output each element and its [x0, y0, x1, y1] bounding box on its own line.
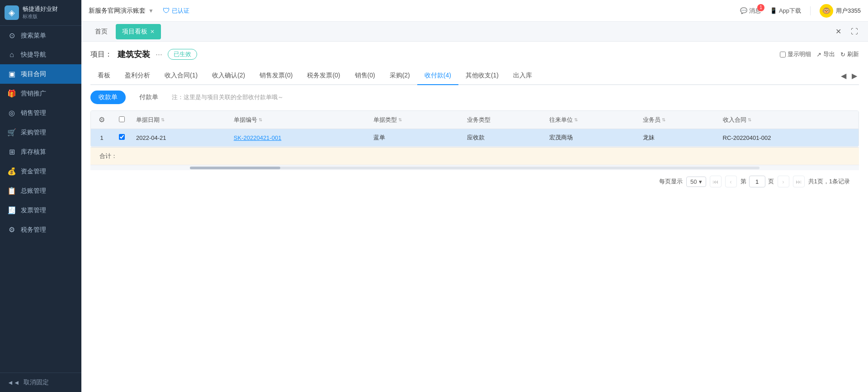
td-number[interactable]: SK-20220421-001: [228, 129, 368, 147]
refresh-icon: ↻: [840, 51, 845, 58]
show-detail-toggle[interactable]: 显示明细: [780, 50, 811, 58]
section-tab-receive[interactable]: 收款单: [90, 91, 126, 104]
section-tabs: 收款单 付款单 注：这里是与项目关联的全部收付款单哦～: [90, 91, 859, 104]
topbar: 新服务官网演示账套 ▼ 🛡 已认证 💬 消息 1 📱 App下载 🐵 用户335…: [81, 0, 868, 22]
subtab-tax-invoice[interactable]: 税务发票(0): [300, 67, 347, 85]
subtab-purchase[interactable]: 采购(2): [382, 67, 417, 85]
sidebar-item-purchase[interactable]: 🛒 采购管理: [0, 123, 81, 142]
user-menu[interactable]: 🐵 用户3355: [820, 4, 861, 18]
th-income-contract: 收入合同 ⇅: [717, 111, 859, 129]
subtab-income-contract[interactable]: 收入合同(1): [157, 67, 205, 85]
app-download-button[interactable]: 📱 App下载: [770, 7, 801, 15]
certified-label: 已认证: [172, 7, 189, 15]
section-tab-pay[interactable]: 付款单: [131, 91, 166, 104]
export-button[interactable]: ↗ 导出: [816, 50, 835, 58]
row-checkbox[interactable]: [119, 134, 125, 140]
sidebar-unpin-button[interactable]: ◄◄ 取消固定: [0, 373, 81, 392]
sidebar: ◈ 畅捷通好业财 标准版 ⊙ 搜索菜单 ⌂ 快捷导航 ▣ 项目合同 🎁 营销推广…: [0, 0, 81, 392]
subtab-other-expense[interactable]: 其他收支(1): [458, 67, 506, 85]
next-page-button[interactable]: ›: [778, 176, 789, 187]
tab-close-icon[interactable]: ✕: [150, 29, 155, 35]
app-logo: ◈: [5, 5, 19, 20]
app-subtitle: 标准版: [23, 13, 58, 20]
subtab-profit[interactable]: 盈利分析: [118, 67, 157, 85]
sidebar-item-ledger[interactable]: 📋 总账管理: [0, 181, 81, 201]
subtab-nav: ◀ ▶: [839, 70, 859, 82]
per-page-selector[interactable]: 50 ▾: [686, 177, 706, 187]
last-page-button[interactable]: ⏭: [793, 176, 805, 187]
sidebar-item-quick-nav[interactable]: ⌂ 快捷导航: [0, 45, 81, 64]
refresh-button[interactable]: ↻ 刷新: [840, 50, 859, 58]
th-salesperson-label: 业务员: [643, 116, 660, 124]
project-more-icon[interactable]: ···: [156, 50, 162, 59]
invoice-icon: 🧾: [7, 206, 16, 215]
sort-icon: ⇅: [574, 117, 578, 122]
th-date-label: 单据日期: [136, 116, 160, 124]
subtab-income-confirm[interactable]: 收入确认(2): [205, 67, 252, 85]
scroll-thumb[interactable]: [190, 167, 280, 169]
sidebar-item-tax[interactable]: ⚙ 税务管理: [0, 220, 81, 239]
sidebar-header: ◈ 畅捷通好业财 标准版: [0, 0, 81, 26]
close-tab-button[interactable]: ✕: [832, 25, 844, 38]
subtab-sales-invoice[interactable]: 销售发票(0): [252, 67, 300, 85]
sidebar-item-label: 销售管理: [21, 109, 46, 117]
select-all-checkbox[interactable]: [119, 116, 125, 122]
app-title-block: 畅捷通好业财 标准版: [23, 5, 58, 20]
sidebar-item-search[interactable]: ⊙ 搜索菜单: [0, 26, 81, 45]
sidebar-item-label: 采购管理: [21, 129, 46, 137]
td-date: 2022-04-21: [131, 129, 228, 147]
sidebar-item-fund[interactable]: 💰 资金管理: [0, 162, 81, 181]
td-checkbox: [113, 129, 131, 147]
subtab-prev-button[interactable]: ◀: [839, 70, 848, 82]
page-input[interactable]: [749, 176, 765, 187]
pagination: 每页显示 50 ▾ ⏮ ‹ 第 页 › ⏭ 共1页，1条记录: [90, 170, 859, 193]
td-partner: 宏茂商场: [544, 129, 638, 147]
document-number-link[interactable]: SK-20220421-001: [234, 134, 282, 141]
subtab-sales[interactable]: 销售(0): [348, 67, 382, 85]
project-header: 项目： 建筑安装 ··· 已生效 显示明细 ↗ 导出 ↻ 刷新: [90, 49, 859, 60]
tax-icon: ⚙: [7, 225, 16, 234]
page-suffix: 页: [768, 177, 774, 186]
certified-badge: 🛡 已认证: [163, 7, 189, 15]
subtab-next-button[interactable]: ▶: [850, 70, 859, 82]
sidebar-item-invoice[interactable]: 🧾 发票管理: [0, 201, 81, 220]
sidebar-item-project-contract[interactable]: ▣ 项目合同: [0, 64, 81, 84]
logo-icon: ◈: [9, 8, 15, 18]
page-content: 项目： 建筑安装 ··· 已生效 显示明细 ↗ 导出 ↻ 刷新: [81, 42, 868, 392]
td-salesperson: 龙妹: [637, 129, 717, 147]
tab-home[interactable]: 首页: [89, 24, 114, 39]
prev-page-button[interactable]: ‹: [725, 176, 737, 187]
maximize-button[interactable]: ⛶: [848, 25, 861, 38]
sidebar-item-label: 资金管理: [21, 167, 46, 176]
workspace-name: 新服务官网演示账套: [89, 7, 146, 15]
per-page-dropdown-icon: ▾: [699, 178, 702, 185]
sidebar-item-inventory[interactable]: ⊞ 库存核算: [0, 142, 81, 162]
subtab-kanban[interactable]: 看板: [90, 67, 118, 85]
sort-icon: ⇅: [259, 117, 262, 122]
column-settings-icon[interactable]: ⚙: [99, 116, 105, 124]
sidebar-item-sales[interactable]: ◎ 销售管理: [0, 103, 81, 123]
table-header-row: ⚙ 单据日期 ⇅: [91, 111, 859, 129]
unpin-label: 取消固定: [24, 378, 49, 387]
sidebar-item-label: 项目合同: [21, 70, 46, 78]
table-row: 1 2022-04-21 SK-20220421-001 蓝单 应收款 宏茂商场: [91, 129, 859, 147]
subtab-receivable[interactable]: 收付款(4): [417, 67, 458, 85]
refresh-label: 刷新: [847, 50, 859, 58]
first-page-button[interactable]: ⏮: [710, 176, 722, 187]
sidebar-item-marketing[interactable]: 🎁 营销推广: [0, 84, 81, 103]
show-detail-checkbox[interactable]: [780, 52, 786, 57]
subtab-in-out[interactable]: 出入库: [506, 67, 539, 85]
sales-icon: ◎: [7, 109, 16, 117]
horizontal-scrollbar[interactable]: [90, 165, 859, 170]
tab-project-board-label: 项目看板: [122, 28, 147, 36]
message-button[interactable]: 💬 消息 1: [740, 7, 761, 15]
sidebar-item-label: 税务管理: [21, 226, 46, 234]
per-page-value: 50: [690, 178, 697, 185]
summary-row: 合计：: [90, 147, 859, 165]
content-area: 首页 项目看板 ✕ ✕ ⛶ 项目： 建筑安装 ··· 已生效: [81, 22, 868, 392]
export-icon: ↗: [816, 51, 821, 58]
workspace-selector[interactable]: 新服务官网演示账套 ▼: [89, 7, 154, 15]
home-icon: ⌂: [7, 51, 16, 59]
tab-project-board[interactable]: 项目看板 ✕: [116, 24, 161, 39]
unpin-icon: ◄◄: [7, 379, 20, 386]
